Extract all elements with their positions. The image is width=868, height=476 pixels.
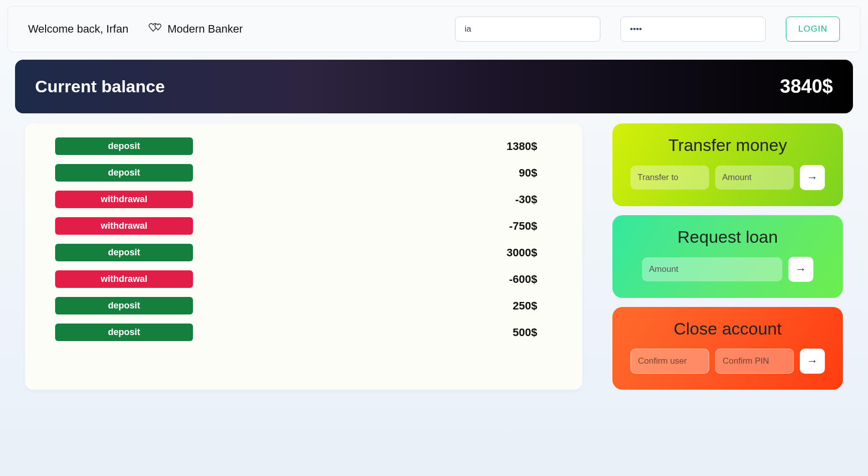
loan-panel: Request loan → <box>612 215 843 298</box>
transaction-type-badge: deposit <box>55 137 193 155</box>
arrow-right-icon: → <box>795 263 806 276</box>
content-area: deposit 1380$ deposit 90$ withdrawal -30… <box>15 123 853 390</box>
close-submit-button[interactable]: → <box>800 349 825 374</box>
transactions-list: deposit 1380$ deposit 90$ withdrawal -30… <box>25 123 582 390</box>
transaction-type-badge: deposit <box>55 297 193 314</box>
transaction-row: withdrawal -600$ <box>55 270 552 288</box>
transaction-row: withdrawal -750$ <box>55 217 552 235</box>
transaction-row: deposit 3000$ <box>55 244 552 261</box>
transaction-amount: -750$ <box>509 220 537 233</box>
transaction-type-badge: deposit <box>55 164 193 182</box>
transfer-to-input[interactable] <box>630 166 709 190</box>
transaction-type-badge: withdrawal <box>55 270 193 288</box>
arrow-right-icon: → <box>807 355 818 368</box>
transaction-row: deposit 90$ <box>55 164 552 182</box>
transaction-amount: 250$ <box>513 299 537 312</box>
transaction-type-badge: deposit <box>55 244 193 261</box>
loan-amount-input[interactable] <box>642 257 782 281</box>
transaction-type-badge: deposit <box>55 324 193 341</box>
arrow-right-icon: → <box>807 171 818 184</box>
heart-icon <box>148 22 164 37</box>
transaction-amount: 500$ <box>513 326 537 339</box>
pin-input[interactable] <box>620 17 766 42</box>
brand-logo: Modern Banker <box>148 22 243 37</box>
close-user-input[interactable] <box>630 349 709 374</box>
close-form: → <box>630 349 825 374</box>
close-title: Close account <box>630 319 825 339</box>
brand-name: Modern Banker <box>167 23 243 36</box>
transaction-amount: -600$ <box>509 273 537 286</box>
transfer-submit-button[interactable]: → <box>800 165 825 190</box>
action-panels: Transfer money → Request loan → <box>612 123 843 390</box>
transaction-amount: -30$ <box>515 193 537 206</box>
main-content: Current balance 3840$ deposit 1380$ depo… <box>0 52 868 405</box>
header: Welcome back, Irfan Modern Banker LOGIN <box>8 6 860 52</box>
transaction-amount: 90$ <box>519 167 537 180</box>
username-input[interactable] <box>455 17 600 42</box>
transaction-row: withdrawal -30$ <box>55 191 552 208</box>
transfer-panel: Transfer money → <box>612 123 843 206</box>
transaction-amount: 3000$ <box>507 246 537 259</box>
transaction-row: deposit 250$ <box>55 297 552 314</box>
transaction-row: deposit 500$ <box>55 324 552 341</box>
loan-form: → <box>630 257 825 282</box>
login-button[interactable]: LOGIN <box>786 17 840 42</box>
balance-amount: 3840$ <box>780 76 833 97</box>
balance-label: Current balance <box>35 77 165 96</box>
transfer-title: Transfer money <box>630 135 825 155</box>
loan-submit-button[interactable]: → <box>788 257 813 282</box>
close-pin-input[interactable] <box>715 349 794 374</box>
welcome-text: Welcome back, Irfan <box>28 23 128 36</box>
loan-title: Request loan <box>630 227 825 247</box>
transaction-type-badge: withdrawal <box>55 191 193 208</box>
transaction-amount: 1380$ <box>507 140 537 153</box>
transfer-amount-input[interactable] <box>715 166 794 190</box>
transfer-form: → <box>630 165 825 190</box>
transaction-type-badge: withdrawal <box>55 217 193 235</box>
transaction-row: deposit 1380$ <box>55 137 552 155</box>
balance-bar: Current balance 3840$ <box>15 60 853 113</box>
close-account-panel: Close account → <box>612 307 843 390</box>
